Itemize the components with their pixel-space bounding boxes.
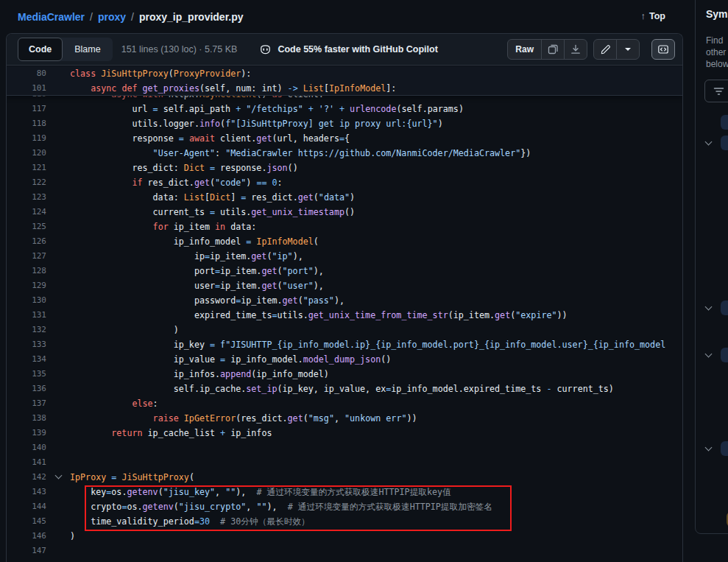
line-gutter (46, 396, 70, 411)
line-gutter (46, 161, 70, 175)
line-number[interactable]: 136 (7, 382, 46, 396)
raw-button[interactable]: Raw (507, 39, 542, 60)
symbol-pill[interactable] (721, 348, 728, 362)
code-lines: 116 async with httpx.AsyncClient() as cl… (7, 87, 682, 558)
symbol-pill[interactable] (721, 441, 728, 456)
symbols-icon (657, 43, 669, 55)
line-number[interactable]: 80 (7, 66, 46, 81)
chevron-down-icon[interactable] (705, 351, 713, 358)
code-line: 123 data: List[Dict] = res_dict.get("dat… (7, 190, 682, 205)
line-number[interactable]: 145 (7, 514, 46, 529)
line-gutter (46, 367, 70, 382)
code-line: 134 ip_value = ip_info_model.model_dump_… (7, 352, 682, 367)
line-gutter (46, 190, 70, 205)
copilot-banner: Code 55% faster with GitHub Copilot (259, 43, 437, 56)
line-number[interactable]: 132 (7, 323, 46, 337)
line-number[interactable]: 122 (7, 175, 46, 190)
code-line: 131 expired_time_ts=utils.get_unix_time_… (7, 308, 682, 323)
line-number[interactable]: 144 (7, 499, 46, 514)
symbols-panel-toggle[interactable] (651, 39, 675, 60)
line-number[interactable]: 123 (7, 190, 46, 205)
chevron-down-icon[interactable] (705, 444, 713, 452)
code-text: url = self.api_path + "/fetchips" + '?' … (70, 102, 464, 116)
line-number[interactable]: 135 (7, 367, 46, 382)
line-gutter (46, 146, 70, 161)
line-number[interactable]: 125 (7, 219, 46, 234)
tab-blame[interactable]: Blame (63, 38, 112, 61)
chevron-down-icon[interactable] (705, 303, 713, 311)
line-number[interactable]: 133 (7, 337, 46, 352)
symbols-panel-title: Symbols (706, 8, 728, 20)
breadcrumb-repo-link[interactable]: MediaCrawler (18, 11, 85, 23)
toolbar-actions: Raw (501, 39, 675, 60)
line-number[interactable]: 143 (7, 485, 46, 499)
symbol-pill[interactable] (721, 115, 728, 130)
symbol-pill[interactable] (721, 136, 728, 150)
code-line: 133 ip_key = f"JISUHTTP_{ip_info_model.i… (7, 337, 682, 352)
chevron-down-icon[interactable] (705, 138, 713, 146)
line-number[interactable]: 119 (7, 131, 46, 146)
copy-button[interactable] (541, 39, 565, 60)
breadcrumb-separator: / (126, 11, 139, 23)
raw-button-group: Raw (507, 39, 587, 60)
line-number[interactable]: 124 (7, 205, 46, 219)
breadcrumb-filename: proxy_ip_provider.py (139, 11, 244, 23)
symbol-item (696, 301, 728, 315)
code-text: "User-Agent": "MediaCrawler https://gith… (70, 146, 531, 161)
download-button[interactable] (564, 39, 587, 60)
code-line: 145 time_validity_period=30 # 30分钟（最长时效） (7, 514, 682, 529)
code-line: 144 crypto=os.getenv("jisu_crypto", ""),… (7, 499, 682, 514)
code-text: expired_time_ts=utils.get_unix_time_from… (70, 308, 568, 323)
line-gutter (46, 102, 70, 116)
symbol-item (696, 115, 728, 130)
line-number[interactable]: 121 (7, 161, 46, 175)
code-text: ip_infos.append(ip_info_model) (70, 367, 329, 382)
line-gutter (46, 499, 70, 514)
line-number[interactable]: 120 (7, 146, 46, 161)
fold-chevron-icon[interactable] (55, 472, 63, 480)
line-gutter (46, 485, 70, 499)
breadcrumb-dir-link[interactable]: proxy (98, 11, 126, 23)
line-number[interactable]: 134 (7, 352, 46, 367)
edit-dropdown-button[interactable] (616, 39, 640, 60)
line-number[interactable]: 140 (7, 440, 46, 455)
line-number[interactable]: 138 (7, 411, 46, 426)
code-line: 129 user=ip_item.get("user"), (7, 278, 682, 293)
code-blame-switcher: Code Blame (18, 38, 113, 61)
line-number[interactable]: 146 (7, 529, 46, 544)
back-to-top-link[interactable]: ↑ Top (641, 10, 665, 21)
pencil-icon (600, 44, 611, 55)
edit-button[interactable] (593, 39, 617, 60)
line-number[interactable]: 117 (7, 102, 46, 116)
line-number[interactable]: 128 (7, 264, 46, 278)
code-line: 135 ip_infos.append(ip_info_model) (7, 367, 682, 382)
line-number[interactable]: 118 (7, 116, 46, 131)
line-number[interactable]: 142 (7, 470, 46, 485)
line-number[interactable]: 101 (7, 81, 46, 96)
line-number[interactable]: 139 (7, 426, 46, 440)
line-number[interactable]: 129 (7, 278, 46, 293)
line-number[interactable]: 127 (7, 249, 46, 264)
code-text: port=ip_item.get("port"), (70, 264, 324, 278)
line-number[interactable]: 130 (7, 293, 46, 308)
line-gutter (46, 249, 70, 264)
line-gutter (46, 411, 70, 426)
line-number[interactable]: 131 (7, 308, 46, 323)
copy-icon (547, 43, 559, 55)
line-number[interactable]: 126 (7, 234, 46, 249)
caret-down-icon (625, 48, 631, 51)
line-number[interactable]: 147 (7, 544, 46, 558)
line-number[interactable]: 141 (7, 455, 46, 470)
line-gutter (46, 308, 70, 323)
symbol-item (696, 348, 728, 362)
code-text: user=ip_item.get("user"), (70, 278, 324, 293)
line-gutter (46, 323, 70, 337)
symbol-pill[interactable] (721, 301, 728, 315)
line-number[interactable]: 137 (7, 396, 46, 411)
code-text: utils.logger.info(f"[JiSuHttpProxy] get … (70, 116, 443, 131)
filter-symbols-button[interactable] (704, 80, 728, 102)
edit-button-group (593, 39, 640, 60)
code-line: 141 (7, 455, 682, 470)
tab-code[interactable]: Code (18, 38, 63, 61)
line-gutter (46, 234, 70, 249)
